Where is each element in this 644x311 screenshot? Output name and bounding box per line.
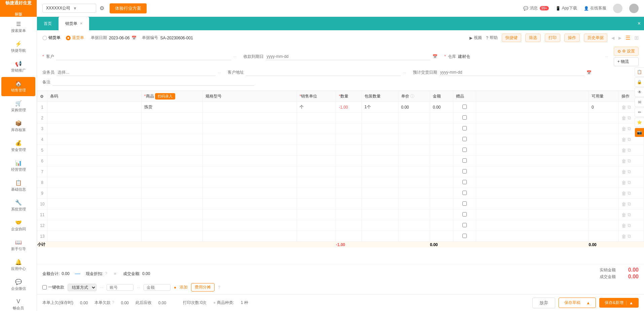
cell-spec[interactable] (203, 123, 297, 134)
cell-unit[interactable] (297, 166, 336, 177)
cell-barcode[interactable] (47, 166, 142, 177)
delivery-date-input[interactable] (439, 69, 584, 76)
online-service-btn[interactable]: 👤 在线客服 (584, 5, 606, 11)
cell-amount[interactable] (430, 177, 453, 188)
cell-gift[interactable] (453, 209, 476, 220)
action-help[interactable]: ? 帮助 (486, 35, 498, 41)
save-draft-btn[interactable]: 保存草稿 ▲ (559, 298, 596, 308)
cell-amount[interactable]: 0.00 (430, 102, 453, 113)
copy-icon[interactable]: ⧉ (628, 158, 631, 164)
cell-qty[interactable] (336, 231, 362, 242)
app-download-btn[interactable]: 📱 App下载 (556, 5, 577, 11)
sidebar-item-member[interactable]: V 畅会员 (1, 295, 35, 311)
cell-product[interactable] (141, 177, 202, 188)
cell-unit-price[interactable] (398, 231, 430, 242)
cell-amount[interactable] (430, 188, 453, 199)
delete-icon[interactable]: 🗑 (621, 105, 626, 110)
cell-barcode[interactable] (47, 145, 142, 156)
cell-qty[interactable] (336, 199, 362, 209)
action-history-btn[interactable]: 历史单据 (584, 34, 607, 42)
copy-icon[interactable]: ⧉ (628, 115, 631, 121)
delete-icon[interactable]: 🗑 (621, 158, 626, 164)
cell-pkg-qty[interactable] (362, 177, 398, 188)
cell-unit-price[interactable] (398, 145, 430, 156)
cell-unit[interactable] (297, 220, 336, 231)
cell-unit-price[interactable] (398, 209, 430, 220)
cell-product[interactable] (141, 188, 202, 199)
cell-spec[interactable] (203, 231, 297, 242)
cell-unit-price[interactable] (398, 166, 430, 177)
fenyong-help-icon[interactable]: ? (218, 285, 220, 290)
sidebar-item-inventory[interactable]: 📦 库存核算 (1, 117, 35, 136)
cell-qty[interactable]: -1.00 (336, 102, 362, 113)
delete-icon[interactable]: 🗑 (621, 191, 626, 196)
action-print-btn[interactable]: 打印 (545, 34, 560, 42)
cell-product[interactable] (141, 123, 202, 134)
cell-gift[interactable] (453, 188, 476, 199)
copy-icon[interactable]: ⧉ (628, 223, 631, 228)
message-btn[interactable]: 💬 消息 99+ (523, 5, 549, 11)
view-grid-icon[interactable]: ⊞ (634, 35, 639, 41)
cell-spec[interactable] (203, 102, 297, 113)
cell-gift[interactable] (453, 123, 476, 134)
save-new-btn[interactable]: 保存&新增 ▲ (599, 298, 639, 308)
cell-qty[interactable] (336, 145, 362, 156)
payment-due-input[interactable] (266, 53, 431, 60)
cell-gift[interactable] (453, 102, 476, 113)
cell-unit[interactable] (297, 209, 336, 220)
tab-sales-order[interactable]: 销货单 × (59, 17, 89, 30)
sidebar-item-search-orders[interactable]: ☰ 搜索菜单 (1, 17, 35, 37)
cell-pkg-qty[interactable] (362, 220, 398, 231)
delete-icon[interactable]: 🗑 (621, 234, 626, 239)
copy-icon[interactable]: ⧉ (628, 137, 631, 142)
cell-spec[interactable] (203, 188, 297, 199)
avatar-2[interactable] (629, 4, 639, 13)
copy-icon[interactable]: ⧉ (628, 147, 631, 153)
sidebar-item-quick-nav[interactable]: ⚡ 快捷导航 (1, 37, 35, 56)
sidebar-item-marketing[interactable]: 📢 营销推广 (1, 57, 35, 76)
cell-product[interactable] (141, 134, 202, 145)
abandon-btn[interactable]: 放弃 (532, 298, 555, 308)
cell-amount[interactable] (430, 199, 453, 209)
cell-gift[interactable] (453, 166, 476, 177)
cell-amount[interactable] (430, 113, 453, 123)
cell-unit-price[interactable] (398, 156, 430, 166)
copy-icon[interactable]: ⧉ (628, 212, 631, 218)
cell-qty[interactable] (336, 123, 362, 134)
cell-pkg-qty[interactable] (362, 123, 398, 134)
cell-spec[interactable] (203, 134, 297, 145)
cell-pkg-qty[interactable] (362, 209, 398, 220)
minus-icon[interactable]: — (75, 271, 80, 277)
cell-pkg-qty[interactable] (362, 145, 398, 156)
cell-unit-price[interactable] (398, 188, 430, 199)
cell-gift[interactable] (453, 134, 476, 145)
cell-qty[interactable] (336, 209, 362, 220)
cell-qty[interactable] (336, 177, 362, 188)
cell-gift[interactable] (453, 156, 476, 166)
cell-qty[interactable] (336, 166, 362, 177)
remarks-input[interactable] (52, 79, 254, 86)
action-video[interactable]: ▶ 视频 (469, 35, 482, 41)
sidebar-item-basic-info[interactable]: 📋 基础信息 (1, 176, 35, 195)
action-operate-btn[interactable]: 操作 (564, 34, 580, 42)
cell-product[interactable] (141, 220, 202, 231)
cell-barcode[interactable] (47, 102, 142, 113)
cell-product[interactable] (141, 231, 202, 242)
cell-unit[interactable] (297, 231, 336, 242)
cell-amount[interactable] (430, 166, 453, 177)
sidebar-item-operations[interactable]: 📊 经营管理 (1, 156, 35, 176)
cell-qty[interactable] (336, 156, 362, 166)
warehouse-dots[interactable]: ··· (605, 54, 608, 59)
copy-icon[interactable]: ⧉ (628, 126, 631, 131)
cell-pkg-qty[interactable] (362, 134, 398, 145)
cell-barcode[interactable] (47, 209, 142, 220)
cell-product[interactable] (141, 199, 202, 209)
cell-pkg-qty[interactable] (362, 156, 398, 166)
save-draft-arrow[interactable]: ▲ (583, 301, 590, 305)
cell-unit-price[interactable] (398, 177, 430, 188)
cell-unit-price[interactable]: 0.00 (398, 102, 430, 113)
copy-icon[interactable]: ⧉ (628, 169, 631, 174)
cell-spec[interactable] (203, 166, 297, 177)
delivery-calendar-icon[interactable]: 📅 (586, 70, 592, 75)
delete-icon[interactable]: 🗑 (621, 126, 626, 131)
